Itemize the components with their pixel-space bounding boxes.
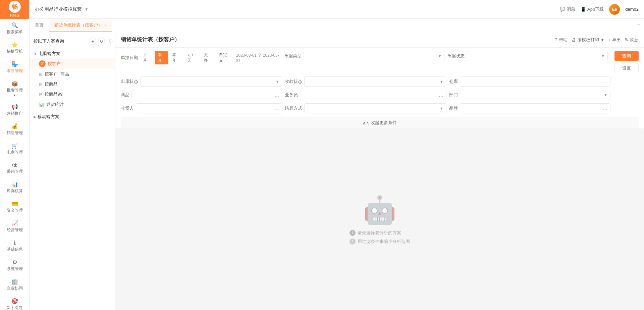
tabs-bar: 首页 销货单统计表（按客户） × — □ bbox=[30, 19, 644, 32]
export-btn[interactable]: ↓ 导出 bbox=[609, 37, 621, 43]
scheme-return-stats[interactable]: 📊 退货统计 bbox=[30, 99, 115, 109]
help-btn[interactable]: ? 帮助 bbox=[555, 37, 567, 43]
department-select[interactable]: ▼ bbox=[460, 90, 610, 100]
date-tab-this-month[interactable]: 本月 bbox=[155, 51, 168, 64]
sidebar-item-finance[interactable]: 💳 资金管理 bbox=[0, 197, 29, 217]
return-stats-icon: 📊 bbox=[39, 102, 44, 107]
inventory-label: 库存核算 bbox=[1, 188, 28, 194]
help-label: 帮助 bbox=[559, 37, 568, 43]
basic-label: 基础信息 bbox=[1, 247, 28, 252]
sidebar-item-system[interactable]: ⚙ 系统管理 bbox=[0, 256, 29, 275]
finance-label: 资金管理 bbox=[1, 208, 28, 213]
add-scheme-btn[interactable]: + bbox=[89, 38, 96, 45]
sidebar-item-enterprise[interactable]: 🏢 企业协同 bbox=[0, 275, 29, 295]
marketing-icon: 📢 bbox=[1, 104, 28, 110]
refresh-btn[interactable]: ↻ 刷新 bbox=[625, 37, 639, 43]
basic-icon: ℹ bbox=[1, 240, 28, 246]
query-btn[interactable]: 查询 bbox=[614, 51, 639, 61]
sidebar-item-ecommerce[interactable]: 🛒 电商管理 bbox=[0, 139, 29, 159]
goods-section: 商品 … bbox=[121, 90, 282, 100]
sidebar-item-wholesale[interactable]: 📦 批发管理 ▲ bbox=[0, 77, 29, 100]
tab-expand-icon[interactable]: □ bbox=[637, 23, 640, 28]
tab-sales-stats-label: 销货单统计表（按客户） bbox=[54, 22, 102, 28]
order-status-select[interactable]: ▼ bbox=[467, 51, 608, 61]
left-panel-title: 按以下方案查询 bbox=[34, 38, 64, 44]
receiver-select[interactable]: … bbox=[136, 103, 282, 113]
date-tab-prev-month[interactable]: 上月 bbox=[140, 51, 153, 64]
payment-method-label: 结算方式 bbox=[285, 105, 302, 111]
collapse-more-conditions[interactable]: ∧∧ 收起更多条件 bbox=[121, 117, 639, 128]
brand-select[interactable]: … bbox=[460, 103, 610, 113]
delivery-dropdown-icon: ▼ bbox=[275, 80, 279, 84]
scheme-group-mobile-header[interactable]: ▶ 移动端方案 bbox=[30, 112, 115, 121]
collapse-text: 收起更多条件 bbox=[371, 120, 397, 126]
date-tab-7days[interactable]: 近7天 bbox=[184, 51, 199, 64]
brand-label: 品牌 bbox=[449, 105, 458, 111]
date-tab-this-year[interactable]: 本年 bbox=[170, 51, 182, 64]
payment-status-select[interactable]: ▼ bbox=[304, 76, 446, 87]
purchase-label: 采购管理 bbox=[1, 169, 28, 174]
scheme-by-customer-goods[interactable]: ⊞ 按客户+商品 bbox=[30, 69, 115, 79]
refresh-scheme-btn[interactable]: ↻ bbox=[98, 38, 105, 45]
empty-state: 🤖 1 请先选择要分析的方案 2 用过滤条件来缩小分析范围 bbox=[115, 129, 644, 310]
retail-label: 零售管理 bbox=[1, 68, 28, 74]
page-actions: ? 帮助 🖨 按模板打印 ▼ ↓ 导出 ↻ 刷新 bbox=[555, 37, 639, 43]
scheme-by-goods99[interactable]: ⊟ 按商品99 bbox=[30, 89, 115, 99]
app-download-btn[interactable]: 📱 App下载 bbox=[581, 6, 604, 12]
tab-actions: — □ bbox=[626, 23, 644, 28]
sidebar-item-purchase[interactable]: 🛍 采购管理 bbox=[0, 159, 29, 178]
search-menu-icon: 🔍 bbox=[1, 22, 28, 29]
purchase-icon: 🛍 bbox=[1, 162, 28, 168]
receiver-more-icon: … bbox=[274, 106, 279, 111]
empty-hint-2: 2 用过滤条件来缩小分析范围 bbox=[350, 239, 410, 245]
order-status-dropdown-icon: ▼ bbox=[601, 54, 605, 58]
hint-num-2: 2 bbox=[350, 239, 356, 245]
settings-btn[interactable]: 设置 bbox=[614, 63, 639, 73]
sidebar-item-retail[interactable]: 🏪 零售管理 bbox=[0, 58, 29, 77]
delivery-status-select[interactable]: ▼ bbox=[140, 76, 282, 87]
date-tab-more[interactable]: 更多 bbox=[201, 51, 214, 64]
salesperson-select[interactable]: … bbox=[300, 90, 446, 100]
collapse-icon: 《 bbox=[106, 38, 111, 44]
tab-home-label: 首页 bbox=[35, 22, 44, 28]
scheme-by-goods[interactable]: ⊟ 按商品 bbox=[30, 79, 115, 89]
collapse-up-icon: ∧∧ bbox=[363, 120, 369, 125]
goods-label: 商品 bbox=[121, 92, 129, 98]
sidebar-item-sales[interactable]: 💰 销售管理 bbox=[0, 120, 29, 139]
tab-sales-stats[interactable]: 销货单统计表（按客户） × bbox=[49, 19, 112, 32]
tab-home[interactable]: 首页 bbox=[30, 19, 49, 32]
platform-dropdown-icon[interactable]: ▼ bbox=[85, 7, 89, 12]
scheme-group-expand-icon: ▼ bbox=[34, 52, 37, 56]
filter-row-1: 单据日期 上月 本月 本年 近7天 更多 自定义 2023-03-01 至 20… bbox=[121, 51, 639, 73]
message-label: 消息 bbox=[567, 6, 575, 12]
sidebar-item-operations[interactable]: 📈 经营管理 bbox=[0, 217, 29, 236]
marketing-label: 营销推广 bbox=[1, 111, 28, 116]
print-btn[interactable]: 🖨 按模板打印 ▼ bbox=[572, 37, 605, 43]
message-btn[interactable]: 💬 消息 bbox=[560, 6, 575, 12]
receiver-section: 收货人 … bbox=[121, 103, 282, 113]
date-tab-custom[interactable]: 自定义 bbox=[216, 51, 233, 64]
scheme-group-desktop-header[interactable]: ▼ 电脑端方案 bbox=[30, 49, 115, 58]
tab-minimize-icon[interactable]: — bbox=[630, 23, 635, 28]
goods-select[interactable]: … bbox=[131, 90, 282, 100]
export-label: 导出 bbox=[612, 37, 621, 43]
payment-method-select[interactable]: ▼ bbox=[304, 103, 446, 113]
sidebar-item-basic[interactable]: ℹ 基础信息 bbox=[0, 236, 29, 256]
sidebar-item-inventory[interactable]: 📊 库存核算 bbox=[0, 178, 29, 197]
warehouse-select[interactable]: … bbox=[460, 76, 610, 87]
sidebar-search-menu[interactable]: 🔍 搜索菜单 bbox=[0, 19, 29, 38]
sidebar-quick-nav[interactable]: ⭐ 快捷导航 bbox=[0, 38, 29, 58]
user-avatar[interactable]: Ea bbox=[609, 4, 620, 15]
scheme-by-customer[interactable]: 客 按客户 bbox=[30, 58, 115, 69]
sidebar-item-newbie[interactable]: 🎯 新手引导 bbox=[0, 295, 29, 310]
sidebar-item-marketing[interactable]: 📢 营销推广 bbox=[0, 100, 29, 120]
app-download-icon: 📱 bbox=[581, 7, 586, 12]
collapse-panel-btn[interactable]: 《 bbox=[106, 38, 111, 44]
refresh-icon: ↻ bbox=[625, 37, 629, 42]
newbie-icon: 🎯 bbox=[1, 298, 28, 304]
user-initial: Ea bbox=[612, 7, 617, 12]
date-tabs: 上月 本月 本年 近7天 更多 自定义 bbox=[140, 51, 233, 64]
tab-close-icon[interactable]: × bbox=[104, 23, 107, 28]
order-type-select[interactable]: ▼ bbox=[304, 51, 445, 61]
hint-text-2: 用过滤条件来缩小分析范围 bbox=[358, 239, 410, 245]
